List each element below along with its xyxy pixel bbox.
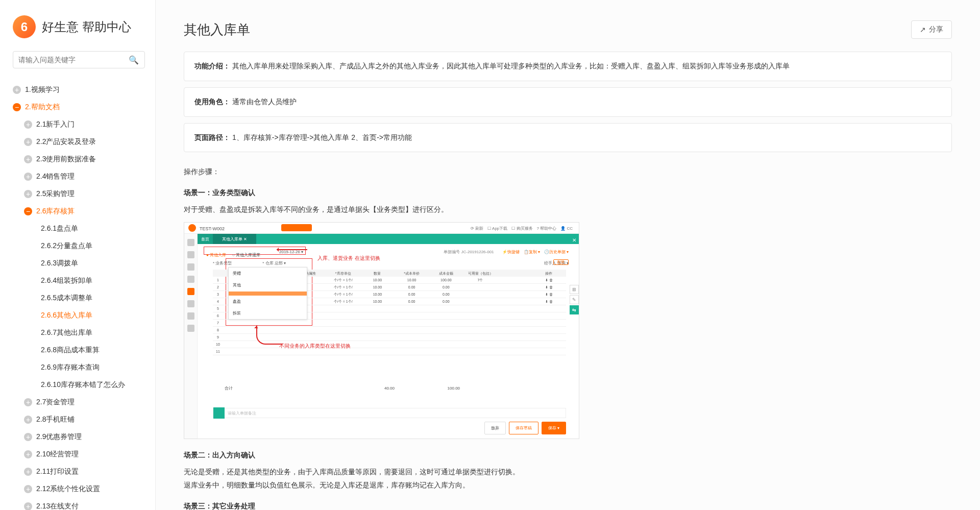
nav-2-8[interactable]: +2.8手机旺铺 (13, 411, 145, 428)
side-icon: ⇆ (570, 305, 579, 314)
embedded-screenshot: TEST-W002 ⟳ 刷新 ☐ App下载 ☐ 购买服务 ? 帮助中心 👤 C… (184, 222, 579, 439)
intro-box: 功能介绍：其他入库单用来处理除采购入库、产成品入库之外的其他入库业务，因此其他入… (184, 52, 952, 81)
ss-radio-return: ○ 其他入库退库 (230, 253, 262, 257)
ss-top-links: ⟳ 刷新 ☐ App下载 ☐ 购买服务 ? 帮助中心 👤 CC (471, 225, 573, 232)
ss-totals: 合计40.00100.00 (213, 384, 566, 392)
path-label: 页面路径： (194, 133, 230, 141)
nav-2-7[interactable]: +2.7资金管理 (13, 394, 145, 411)
dd-opt: 其他 (229, 279, 307, 291)
ss-arrow-2 (256, 326, 282, 344)
nav-2-10[interactable]: +2.10经营管理 (13, 446, 145, 463)
role-box: 使用角色：通常由仓管人员维护 (184, 87, 952, 117)
role-text: 通常由仓管人员维护 (232, 98, 297, 106)
search-icon[interactable]: 🔍 (129, 55, 139, 65)
nav-2-6-9[interactable]: 2.6.9库存账本查询 (13, 359, 145, 376)
scene1-title: 场景一：业务类型确认 (184, 186, 952, 200)
nav-video[interactable]: +1.视频学习 (13, 81, 145, 99)
sidebar: 6 好生意 帮助中心 🔍 +1.视频学习 −2.帮助文档 +2.1新手入门 +2… (0, 0, 156, 510)
nav-docs[interactable]: −2.帮助文档 (13, 99, 145, 116)
expand-icon: + (24, 190, 32, 198)
site-title: 好生意 帮助中心 (42, 19, 131, 35)
rail-icon (187, 263, 194, 271)
expand-icon: + (24, 433, 32, 441)
nav-2-6-4[interactable]: 2.6.4组装拆卸单 (13, 272, 145, 289)
nav-2-6-10[interactable]: 2.6.10库存账本错了怎么办 (13, 376, 145, 394)
nav-2-13[interactable]: +2.13在线支付 (13, 498, 145, 510)
rail-icon-active (187, 288, 194, 295)
remark-placeholder: 请输入单据备注 (228, 409, 256, 417)
main-content: 其他入库单 ↗分享 功能介绍：其他入库单用来处理除采购入库、产成品入库之外的其他… (156, 0, 980, 510)
nav-2-6-2[interactable]: 2.6.2分量盘点单 (13, 237, 145, 255)
expand-icon: + (24, 485, 32, 493)
share-button[interactable]: ↗分享 (911, 20, 952, 39)
nav-2-4[interactable]: +2.4销售管理 (13, 168, 145, 185)
ss-footer: 放弃 保存草稿 保存 ▾ (484, 422, 566, 434)
scene2-body1: 无论是受赠，还是其他类型的业务，由于入库商品质量等原因，需要退回，这时可通过单据… (184, 465, 952, 479)
ss-btn-cancel: 放弃 (484, 422, 506, 434)
ss-side-icons: ⊞ ✎ ⇆ (570, 285, 579, 315)
nav-2-6-3[interactable]: 2.6.3调拨单 (13, 255, 145, 272)
share-icon: ↗ (920, 26, 926, 34)
ss-body: ● 其他入库 ○ 其他入库退库 2019-12-26 ▾ 入库、退货业务 在这里… (198, 244, 579, 439)
ss-dropdown: 受赠 其他 盘盈 拆装 (228, 267, 307, 320)
expand-icon: + (24, 138, 32, 146)
rail-icon (187, 276, 194, 283)
nav-tree: +1.视频学习 −2.帮助文档 +2.1新手入门 +2.2产品安装及登录 +2.… (13, 81, 145, 510)
scene3-title: 场景三：其它业务处理 (184, 499, 952, 510)
ss-right-info: 单据编号 JC-20191226-001 ⚡快捷键 📋复制 ▾ 🕒历史单据 ▾ (444, 248, 569, 256)
expand-icon: + (24, 416, 32, 424)
scene2-title: 场景二：出入方向确认 (184, 448, 952, 462)
rail-icon (187, 312, 194, 320)
nav-2-3[interactable]: +2.3使用前数据准备 (13, 151, 145, 168)
path-box: 页面路径：1、库存核算->库存管理->其他入库单 2、首页->常用功能 (184, 123, 952, 153)
intro-text: 其他入库单用来处理除采购入库、产成品入库之外的其他入库业务，因此其他入库单可处理… (232, 62, 790, 70)
rail-icon (187, 239, 194, 246)
search-input[interactable] (13, 51, 145, 68)
scene1-body: 对于受赠、盘盈或是拆装入库等不同的业务，是通过单据头【业务类型】进行区分。 (184, 203, 952, 216)
nav-2-6-8[interactable]: 2.6.8商品成本重算 (13, 342, 145, 359)
logo-row: 6 好生意 帮助中心 (13, 15, 145, 38)
nav-2-12[interactable]: +2.12系统个性化设置 (13, 480, 145, 498)
ss-tabs: 首页 其他入库单 ✕ ✕ (198, 234, 579, 244)
nav-2-1[interactable]: +2.1新手入门 (13, 116, 145, 133)
dd-opt: 拆装 (229, 307, 307, 319)
search-box: 🔍 (13, 51, 145, 68)
nav-2-6-6[interactable]: 2.6.6其他入库单 (13, 307, 145, 324)
nav-2-6-1[interactable]: 2.6.1盘点单 (13, 220, 145, 237)
dd-opt: 盘盈 (229, 296, 307, 307)
ss-orange-button (281, 224, 312, 231)
nav-2-9[interactable]: +2.9优惠券管理 (13, 428, 145, 446)
side-icon: ✎ (570, 295, 579, 304)
rail-icon (187, 300, 194, 307)
expand-icon: + (24, 173, 32, 181)
expand-icon: + (24, 120, 32, 129)
rail-icon (187, 251, 194, 258)
logo-icon: 6 (13, 15, 36, 38)
page-title: 其他入库单 (184, 21, 250, 39)
nav-2-6-7[interactable]: 2.6.7其他出库单 (13, 324, 145, 342)
path-text: 1、库存核算->库存管理->其他入库单 2、首页->常用功能 (232, 133, 412, 141)
ss-arrow-1 (277, 249, 307, 250)
ss-remark: 请输入单据备注 (213, 408, 566, 418)
scene2-body2: 退库业务中，明细数量均以负值红色展示。无论是入库还是退库，库存账均记在入库方向。 (184, 478, 952, 492)
ss-tab-current: 其他入库单 ✕ (213, 234, 256, 244)
expand-icon: + (24, 398, 32, 406)
ss-config-button: 配置 (553, 259, 569, 265)
expand-icon: + (24, 502, 32, 510)
ss-logo-icon (188, 224, 196, 232)
role-label: 使用角色： (194, 98, 230, 106)
ss-topbar: TEST-W002 ⟳ 刷新 ☐ App下载 ☐ 购买服务 ? 帮助中心 👤 C… (184, 223, 579, 234)
expand-icon: + (24, 468, 32, 476)
nav-2-6-5[interactable]: 2.6.5成本调整单 (13, 289, 145, 307)
remark-icon (213, 407, 225, 419)
expand-icon: + (24, 155, 32, 163)
steps-label: 操作步骤： (184, 165, 952, 179)
nav-2-6[interactable]: −2.6库存核算 (13, 203, 145, 220)
collapse-icon: − (13, 103, 21, 111)
nav-2-5[interactable]: +2.5采购管理 (13, 185, 145, 203)
ss-table-row: 11 (213, 348, 566, 355)
ss-annotation-2: 不同业务的入库类型在这里切换 (279, 341, 351, 351)
nav-2-2[interactable]: +2.2产品安装及登录 (13, 133, 145, 151)
dd-opt-selected (229, 292, 307, 296)
nav-2-11[interactable]: +2.11打印设置 (13, 463, 145, 480)
